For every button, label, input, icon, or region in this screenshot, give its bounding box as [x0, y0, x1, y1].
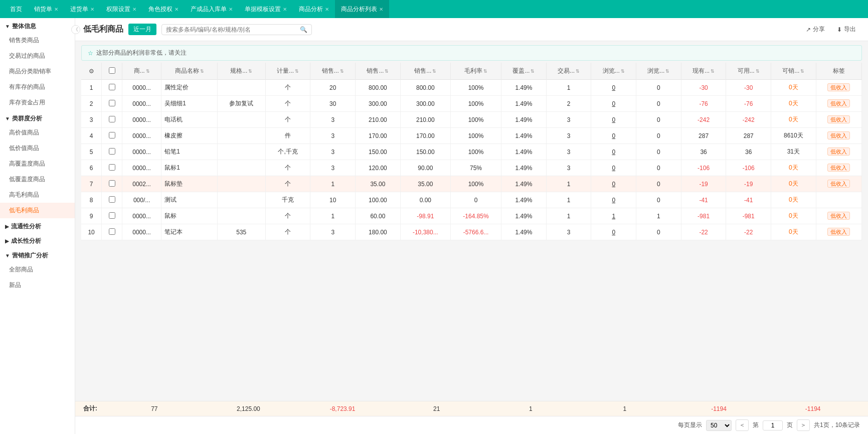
row-select-checkbox[interactable] [109, 100, 115, 106]
col-sale-price[interactable]: 销售...⇅ [356, 63, 401, 80]
row-view1[interactable]: 0 [591, 176, 636, 192]
view1-link[interactable]: 0 [612, 181, 615, 188]
view1-link[interactable]: 0 [612, 84, 615, 91]
view1-link[interactable]: 1 [612, 213, 615, 220]
nav-item-permissions[interactable]: 权限设置 ✕ [100, 0, 142, 18]
time-filter-button[interactable]: 近一月 [128, 24, 156, 35]
row-view1[interactable]: 0 [591, 128, 636, 144]
next-page-button[interactable]: ＞ [797, 419, 810, 431]
sidebar-item-sales-goods[interactable]: 销售类商品 [0, 33, 75, 48]
sidebar-item-category-rate[interactable]: 商品分类助销率 [0, 64, 75, 79]
col-checkbox[interactable] [102, 63, 122, 80]
sidebar-item-high-coverage[interactable]: 高覆盖度商品 [0, 156, 75, 172]
row-checkbox[interactable] [102, 192, 122, 208]
col-trade[interactable]: 交易...⇅ [546, 63, 591, 80]
nav-item-analysis-list[interactable]: 商品分析列表 ✕ [335, 0, 389, 18]
row-view1[interactable]: 0 [591, 112, 636, 128]
col-current[interactable]: 现有...⇅ [681, 63, 726, 80]
col-tag[interactable]: 标签 [816, 63, 861, 80]
row-select-checkbox[interactable] [109, 148, 115, 155]
row-view1[interactable]: 0 [591, 192, 636, 208]
row-select-checkbox[interactable] [109, 180, 115, 187]
view1-link[interactable]: 0 [612, 149, 615, 156]
row-select-checkbox[interactable] [109, 212, 115, 219]
view1-link[interactable]: 0 [612, 165, 615, 172]
sidebar-item-new-goods[interactable]: 新品 [0, 277, 75, 293]
nav-close-products[interactable]: ✕ [229, 7, 233, 12]
row-view1[interactable]: 1 [591, 208, 636, 224]
sidebar-item-high-value[interactable]: 高价值商品 [0, 125, 75, 140]
sidebar-item-all-goods[interactable]: 全部商品 [0, 262, 75, 277]
row-checkbox[interactable] [102, 224, 122, 240]
row-checkbox[interactable] [102, 144, 122, 160]
share-button[interactable]: ↗ 分享 [802, 23, 829, 36]
row-select-checkbox[interactable] [109, 196, 115, 203]
nav-close-sales[interactable]: ✕ [54, 7, 58, 12]
view1-link[interactable]: 0 [612, 229, 615, 236]
sidebar-item-high-margin[interactable]: 高毛利商品 [0, 187, 75, 203]
col-unit[interactable]: 计量...⇅ [265, 63, 310, 80]
page-input[interactable] [763, 420, 783, 430]
row-checkbox[interactable] [102, 80, 122, 96]
row-view1[interactable]: 0 [591, 96, 636, 112]
col-available[interactable]: 可用...⇅ [726, 63, 771, 80]
row-checkbox[interactable] [102, 160, 122, 176]
nav-item-purchase[interactable]: 进货单 ✕ [64, 0, 100, 18]
row-checkbox[interactable] [102, 176, 122, 192]
col-saleable[interactable]: 可销...⇅ [771, 63, 816, 80]
row-select-checkbox[interactable] [109, 228, 115, 235]
nav-item-home[interactable]: 首页 [4, 0, 28, 18]
row-view1[interactable]: 0 [591, 80, 636, 96]
row-select-checkbox[interactable] [109, 164, 115, 171]
view1-link[interactable]: 0 [612, 116, 615, 123]
col-sale-amount[interactable]: 销售...⇅ [400, 63, 450, 80]
nav-item-templates[interactable]: 单据模板设置 ✕ [239, 0, 293, 18]
col-spec[interactable]: 规格...⇅ [217, 63, 265, 80]
row-checkbox[interactable] [102, 208, 122, 224]
row-select-checkbox[interactable] [109, 132, 115, 138]
row-checkbox[interactable] [102, 128, 122, 144]
sidebar-group-flow[interactable]: ▶ 流通性分析 [0, 218, 75, 233]
per-page-select[interactable]: 50 20 100 [706, 420, 732, 431]
sidebar-item-low-value[interactable]: 低价值商品 [0, 140, 75, 156]
nav-item-products[interactable]: 产成品入库单 ✕ [185, 0, 239, 18]
row-select-checkbox[interactable] [109, 116, 115, 122]
nav-close-permissions[interactable]: ✕ [132, 7, 136, 12]
nav-close-purchase[interactable]: ✕ [90, 7, 94, 12]
col-view1[interactable]: 浏览...⇅ [591, 63, 636, 80]
table-container[interactable]: ⚙ 商...⇅ 商品名称⇅ 规格...⇅ 计量...⇅ 销售...⇅ 销售...… [75, 63, 868, 401]
sidebar-item-stock-goods[interactable]: 有库存的商品 [0, 79, 75, 95]
nav-item-sales[interactable]: 销货单 ✕ [28, 0, 64, 18]
nav-close-roles[interactable]: ✕ [175, 7, 179, 12]
nav-item-roles[interactable]: 角色授权 ✕ [142, 0, 185, 18]
sidebar-item-low-margin[interactable]: 低毛利商品 [0, 203, 75, 218]
col-name[interactable]: 商品名称⇅ [161, 63, 218, 80]
sidebar-group-growth[interactable]: ▶ 成长性分析 [0, 233, 75, 247]
nav-close-analysis-list[interactable]: ✕ [379, 7, 383, 12]
export-button[interactable]: ⬇ 导出 [833, 23, 860, 36]
sidebar-group-overall[interactable]: ▼ 整体信息 [0, 18, 75, 33]
select-all-checkbox[interactable] [109, 67, 115, 74]
sidebar-collapse-button[interactable]: 《 [71, 25, 80, 34]
row-view1[interactable]: 0 [591, 160, 636, 176]
sidebar-group-cluster[interactable]: ▼ 类群度分析 [0, 110, 75, 125]
sidebar-item-low-coverage[interactable]: 低覆盖度商品 [0, 172, 75, 187]
col-settings[interactable]: ⚙ [81, 63, 102, 80]
nav-close-analysis[interactable]: ✕ [325, 7, 329, 12]
search-input[interactable] [166, 26, 300, 33]
sidebar-group-marketing[interactable]: ▼ 营销推广分析 [0, 247, 75, 262]
row-view1[interactable]: 0 [591, 224, 636, 240]
row-checkbox[interactable] [102, 112, 122, 128]
row-view1[interactable]: 0 [591, 144, 636, 160]
col-code[interactable]: 商...⇅ [122, 63, 161, 80]
sidebar-item-capital-use[interactable]: 库存资金占用 [0, 95, 75, 110]
view1-link[interactable]: 0 [612, 132, 615, 139]
row-checkbox[interactable] [102, 96, 122, 112]
search-box[interactable]: 🔍 [161, 24, 312, 35]
col-view2[interactable]: 浏览...⇅ [636, 63, 681, 80]
view1-link[interactable]: 0 [612, 197, 615, 204]
sidebar-item-traded-goods[interactable]: 交易过的商品 [0, 48, 75, 64]
search-icon[interactable]: 🔍 [300, 26, 307, 33]
nav-item-analysis[interactable]: 商品分析 ✕ [293, 0, 335, 18]
col-sale-qty[interactable]: 销售...⇅ [310, 63, 356, 80]
